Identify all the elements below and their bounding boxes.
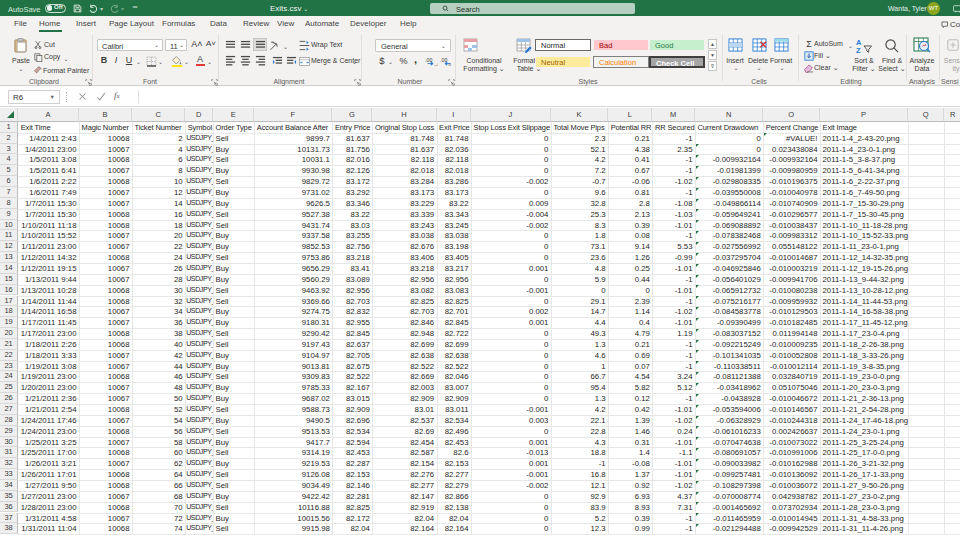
svg-text:Z: Z <box>856 46 861 53</box>
svg-text:→0: →0 <box>434 61 438 66</box>
svg-text:0: 0 <box>449 61 452 66</box>
